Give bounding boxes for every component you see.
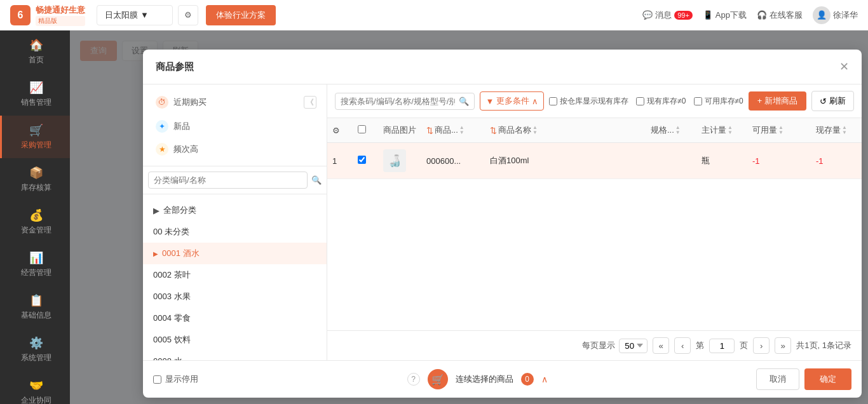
quick-access-area: ⏱ 近期购买 《 ✦ 新品 ★ 频次高 (143, 84, 327, 166)
checkbox-warehouse-stock[interactable]: 按仓库显示现有库存 (549, 96, 628, 107)
cat-liquor[interactable]: ▶ 0001 酒水 (143, 243, 327, 264)
user-area[interactable]: 👤 徐泽华 (813, 6, 858, 24)
new-products-item[interactable]: ✦ 新品 (148, 115, 322, 138)
online-service-item[interactable]: 🎧 在线客服 (757, 10, 803, 21)
cat-unclassified-label: 00 未分类 (153, 226, 189, 238)
cat-water[interactable]: 0008 水 (143, 351, 327, 360)
per-page-label: 每页显示 50 (582, 339, 648, 353)
product-search-input[interactable] (341, 97, 455, 106)
first-page-button[interactable]: « (653, 337, 669, 354)
checkbox-available-stock[interactable]: 可用库存≠0 (694, 96, 743, 107)
table-settings-icon[interactable]: ⚙ (332, 126, 340, 135)
message-item[interactable]: 💬 消息 99+ (642, 10, 693, 21)
store-selector[interactable]: 日太阳膜 ▼ (97, 5, 173, 25)
product-search-box[interactable]: 🔍 (335, 93, 475, 110)
help-icon-button[interactable]: ? (407, 373, 420, 386)
sidebar-item-basic[interactable]: 📋 基础信息 (0, 286, 70, 328)
sort-code[interactable]: ⇅ 商品... ▲▼ (426, 125, 480, 136)
more-filter-button[interactable]: ▼ 更多条件 ∧ (480, 91, 544, 111)
sort-unit[interactable]: 主计量 ▲▼ (702, 125, 742, 136)
sidebar: 🏠 首页 📈 销售管理 🛒 采购管理 📦 库存核算 💰 资金管理 📊 经营管理 … (0, 30, 70, 404)
purchase-icon: 🛒 (29, 123, 43, 137)
sidebar-label-inventory: 库存核算 (21, 182, 51, 193)
checkbox-available-input[interactable] (694, 97, 702, 105)
filter-btn-label: 更多条件 (496, 95, 529, 107)
sidebar-item-purchase[interactable]: 🛒 采购管理 (0, 116, 70, 158)
refresh-button[interactable]: ↺ 刷新 (811, 91, 854, 111)
prev-page-button[interactable]: ‹ (674, 337, 691, 354)
per-page-select[interactable]: 50 (619, 339, 648, 353)
sidebar-label-purchase: 采购管理 (21, 140, 51, 151)
collapse-button[interactable]: 《 (304, 96, 316, 109)
sort-name[interactable]: ⇅ 商品名称 ▲▼ (490, 125, 641, 136)
product-table: ⚙ 商品图片 (327, 118, 862, 179)
sidebar-item-home[interactable]: 🏠 首页 (0, 30, 70, 73)
cat-tea[interactable]: 0002 茶叶 (143, 264, 327, 286)
cat-arrow-icon: ▶ (153, 206, 159, 215)
cancel-button[interactable]: 取消 (756, 368, 799, 390)
sidebar-label-sales: 销售管理 (21, 97, 51, 108)
sort-stock[interactable]: 现存量 ▲▼ (816, 125, 857, 136)
sidebar-label-basic: 基础信息 (21, 310, 51, 321)
experience-button[interactable]: 体验行业方案 (206, 5, 276, 25)
show-disabled-checkbox[interactable]: 显示停用 (153, 374, 198, 385)
cell-available: -1 (747, 143, 811, 179)
next-page-button[interactable]: › (753, 337, 770, 354)
col-unit-label: 主计量 (702, 125, 726, 136)
row-checkbox[interactable] (358, 156, 366, 164)
category-search-button[interactable]: 🔍 (311, 175, 322, 185)
app-download-item[interactable]: 📱 App下载 (703, 10, 747, 21)
cell-no: 1 (327, 143, 353, 179)
cell-check[interactable] (353, 143, 378, 179)
modal-close-button[interactable]: ✕ (839, 60, 849, 74)
sidebar-item-inventory[interactable]: 📦 库存核算 (0, 158, 70, 201)
quick-items-list: ⏱ 近期购买 《 ✦ 新品 ★ 频次高 (148, 90, 322, 161)
frequent-items[interactable]: ★ 频次高 (148, 138, 322, 161)
per-page-text: 每页显示 (582, 340, 615, 351)
cat-all[interactable]: ▶ 全部分类 (143, 199, 327, 221)
sort-available[interactable]: 可用量 ▲▼ (752, 125, 806, 136)
cat-unclassified[interactable]: 00 未分类 (143, 221, 327, 243)
table-row[interactable]: 1 🍶 000600... 白酒100ml (327, 143, 862, 179)
page-number-input[interactable] (709, 339, 735, 353)
sort-name-icon: ⇅ (490, 126, 497, 135)
select-all-checkbox[interactable] (358, 125, 366, 133)
th-settings[interactable]: ⚙ (327, 118, 353, 143)
last-page-button[interactable]: » (775, 337, 791, 354)
checkbox-existing-input[interactable] (636, 97, 644, 105)
finance-icon: 💰 (29, 208, 43, 222)
cat-liquor-label: 0001 酒水 (162, 248, 200, 259)
checkbox-existing-stock[interactable]: 现有库存≠0 (636, 96, 686, 107)
cat-snacks[interactable]: 0004 零食 (143, 307, 327, 329)
cat-beverage[interactable]: 0005 饮料 (143, 329, 327, 351)
sidebar-item-sales[interactable]: 📈 销售管理 (0, 73, 70, 116)
sidebar-item-finance[interactable]: 💰 资金管理 (0, 201, 70, 243)
category-search-input[interactable] (148, 172, 308, 189)
show-disabled-input[interactable] (153, 375, 161, 384)
sidebar-item-collab[interactable]: 🤝 企业协同 (0, 371, 70, 404)
recent-icon: ⏱ (156, 96, 168, 109)
table-body: 1 🍶 000600... 白酒100ml (327, 143, 862, 179)
sort-spec[interactable]: 规格... ▲▼ (651, 125, 691, 136)
new-icon: ✦ (156, 120, 168, 133)
filter-icon: ▼ (485, 97, 494, 106)
collapse-footer-button[interactable]: ∧ (541, 374, 548, 384)
settings-button[interactable]: ⚙ (178, 5, 198, 25)
sidebar-item-system[interactable]: ⚙️ 系统管理 (0, 328, 70, 371)
sidebar-item-management[interactable]: 📊 经营管理 (0, 243, 70, 286)
table-header: ⚙ 商品图片 (327, 118, 862, 143)
confirm-button[interactable]: 确定 (804, 368, 851, 390)
search-icon: 🔍 (459, 97, 469, 106)
th-checkbox[interactable] (353, 118, 378, 143)
cat-fruit[interactable]: 0003 水果 (143, 286, 327, 307)
cell-name: 白酒100ml (485, 143, 646, 179)
sort-arrows-stock: ▲▼ (842, 125, 847, 135)
online-service-label: 在线客服 (770, 10, 803, 21)
th-image: 商品图片 (378, 118, 421, 143)
checkbox-warehouse-input[interactable] (549, 97, 557, 105)
add-product-button[interactable]: + 新增商品 (749, 91, 806, 111)
recent-purchases-item[interactable]: ⏱ 近期购买 (153, 92, 209, 112)
product-table-container: ⚙ 商品图片 (327, 118, 862, 330)
sort-image[interactable]: 商品图片 (383, 125, 416, 136)
cart-button[interactable]: 🛒 (428, 369, 448, 389)
